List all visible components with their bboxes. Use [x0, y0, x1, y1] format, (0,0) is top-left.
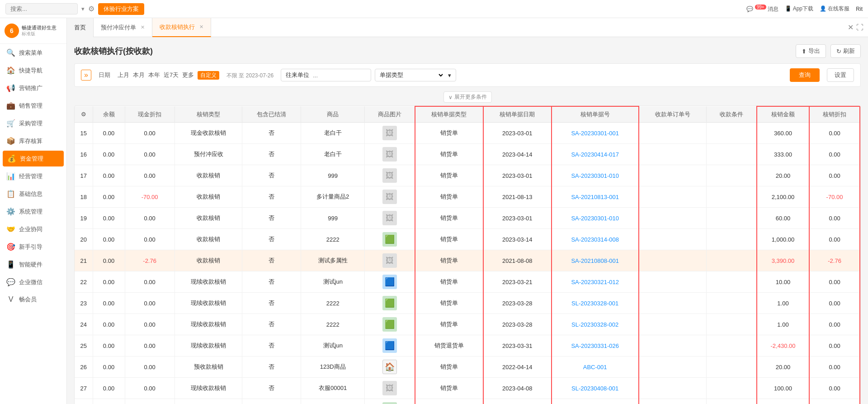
- gear-icon[interactable]: ⚙: [88, 5, 94, 13]
- this-month-link[interactable]: 本月: [133, 71, 145, 80]
- cell-bill-no[interactable]: SA-20230314-008: [552, 229, 639, 250]
- cell-bill-no[interactable]: SA-20230301-010: [552, 165, 639, 186]
- sidebar-item-search[interactable]: 🔍 搜索菜单: [0, 44, 66, 62]
- cell-bill-no[interactable]: SL-20230328-002: [552, 314, 639, 335]
- sidebar-item-enterprise[interactable]: 🤝 企业协同: [0, 220, 66, 238]
- cell-goods-img: 🟩: [365, 399, 415, 404]
- home-icon: 🏠: [6, 66, 15, 75]
- maximize-icon[interactable]: ⛶: [856, 24, 863, 32]
- more-link[interactable]: 更多: [182, 71, 194, 80]
- user-name[interactable]: Rit: [856, 6, 863, 12]
- cell-bill-no[interactable]: SA-20210808-001: [552, 250, 639, 271]
- sidebar-item-guide[interactable]: 🎯 新手引导: [0, 238, 66, 256]
- sidebar-item-marketing[interactable]: 📢 营销推广: [0, 79, 66, 97]
- last-7days-link[interactable]: 近7天: [164, 71, 179, 80]
- export-btn[interactable]: ⬆ 导出: [796, 44, 826, 58]
- expand-more-btn[interactable]: ∨ 展开更多条件: [443, 91, 492, 103]
- cell-bill-no[interactable]: SL-20230328-001: [552, 293, 639, 314]
- bill-no-link[interactable]: SL-20230328-002: [571, 321, 618, 328]
- dropdown-icon[interactable]: ▾: [81, 5, 85, 12]
- cell-bill-date: 2023-03-31: [483, 335, 552, 356]
- cell-bill-date: 2023-03-01: [483, 123, 552, 144]
- custom-link[interactable]: 自定义: [198, 71, 219, 80]
- partner-input[interactable]: [313, 72, 349, 79]
- last-month-link[interactable]: 上月: [118, 71, 129, 80]
- tab-prepay-close[interactable]: ✕: [141, 24, 145, 30]
- table-row: 280.000.00现续收款核销否2222🟩销货单2023-04-18SL-20…: [75, 399, 860, 404]
- sidebar-item-finance[interactable]: 💰 资金管理: [3, 151, 64, 166]
- bill-no-link[interactable]: SA-20230321-012: [571, 279, 619, 285]
- sidebar-item-purchase[interactable]: 🛒 采购管理: [0, 114, 66, 132]
- cell-goods: 999: [301, 165, 365, 186]
- table-row: 150.000.00现金收款核销否老白干🖼销货单2023-03-01SA-202…: [75, 123, 860, 144]
- cell-bill-type: 销货单: [415, 186, 483, 208]
- query-btn[interactable]: 查询: [790, 68, 820, 82]
- setup-btn[interactable]: 设置: [827, 68, 854, 82]
- sidebar-item-basic-info[interactable]: 📋 基础信息: [0, 185, 66, 203]
- sidebar-item-wechat[interactable]: 💬 企业微信: [0, 273, 66, 291]
- sidebar-item-member[interactable]: V 畅会员: [0, 291, 66, 308]
- cell-balance: 0.00: [93, 378, 125, 399]
- cell-bill-no[interactable]: SL-20230408-001: [552, 378, 639, 399]
- cell-bill-no[interactable]: SL-20230418-001: [552, 399, 639, 404]
- bill-no-link[interactable]: SA-20230301-010: [571, 172, 619, 179]
- cell-bill-date: 2023-03-01: [483, 208, 552, 229]
- sidebar-item-sys-mgmt[interactable]: ⚙️ 系统管理: [0, 203, 66, 220]
- doc-type-select[interactable]: [407, 71, 444, 79]
- bill-no-link[interactable]: SA-20230314-008: [571, 236, 619, 243]
- bill-no-link[interactable]: SA-20230301-001: [571, 130, 619, 137]
- bill-no-link[interactable]: SA-20230331-026: [571, 342, 619, 349]
- bill-no-link[interactable]: SL-20230408-001: [571, 385, 618, 392]
- cell-receipt-order-no: [639, 293, 707, 314]
- cell-bill-no[interactable]: ABC-001: [552, 356, 639, 378]
- refresh-btn[interactable]: ↻ 刷新: [830, 44, 861, 58]
- app-download[interactable]: 📱 App下载: [785, 5, 813, 13]
- cell-goods-img: 🏠: [365, 356, 415, 378]
- sidebar-item-operations[interactable]: 📊 经营管理: [0, 167, 66, 185]
- close-window-icon[interactable]: ✕: [848, 23, 854, 32]
- bill-no-link[interactable]: SA-20230414-017: [571, 151, 619, 158]
- bill-no-link[interactable]: SA-20210808-001: [571, 257, 619, 264]
- doc-type-field[interactable]: 单据类型 ▾: [375, 69, 456, 81]
- industry-btn[interactable]: 休验行业方案: [98, 3, 144, 15]
- this-year-link[interactable]: 本年: [148, 71, 160, 80]
- guide-icon: 🎯: [6, 242, 15, 251]
- col-settings[interactable]: ⚙: [75, 106, 93, 123]
- bill-no-link[interactable]: ABC-001: [583, 364, 607, 371]
- cell-receipt-condition: [707, 378, 757, 399]
- cell-bill-no[interactable]: SA-20230301-001: [552, 123, 639, 144]
- operations-icon: 📊: [6, 172, 15, 181]
- expand-toggle[interactable]: »: [81, 70, 91, 81]
- tab-receipt-close[interactable]: ✕: [199, 24, 203, 30]
- cell-write-off-amount: 10.00: [757, 271, 809, 293]
- cell-bill-no[interactable]: SA-20210813-001: [552, 186, 639, 208]
- cell-write-off-type: 现续收款核销: [175, 293, 242, 314]
- sidebar-item-smart-hw[interactable]: 📱 智能硬件: [0, 256, 66, 273]
- sidebar-item-sales[interactable]: 💼 销售管理: [0, 97, 66, 114]
- bill-no-link[interactable]: SL-20230328-001: [571, 300, 618, 307]
- sidebar-item-inventory[interactable]: 📦 库存核算: [0, 132, 66, 150]
- cell-receipt-condition: [707, 335, 757, 356]
- bill-no-link[interactable]: SA-20230301-010: [571, 215, 619, 222]
- partner-field[interactable]: 往来单位: [281, 69, 371, 81]
- cell-write-off-type: 预付冲应收: [175, 144, 242, 165]
- cell-bill-no[interactable]: SA-20230414-017: [552, 144, 639, 165]
- cell-balance: 0.00: [93, 314, 125, 335]
- table-row: 160.000.00预付冲应收否老白干🖼销货单2023-04-14SA-2023…: [75, 144, 860, 165]
- cell-id: 26: [75, 356, 93, 378]
- cell-bill-no[interactable]: SA-20230331-026: [552, 335, 639, 356]
- tab-home[interactable]: 首页: [67, 18, 94, 37]
- cell-bill-no[interactable]: SA-20230301-010: [552, 208, 639, 229]
- top-search-input[interactable]: [5, 3, 78, 14]
- sidebar-item-quick-nav[interactable]: 🏠 快捷导航: [0, 62, 66, 79]
- tab-prepay[interactable]: 预付冲应付单 ✕: [94, 18, 152, 37]
- tab-receipt-write-off[interactable]: 收款核销执行 ✕: [152, 18, 211, 37]
- cell-receipt-order-no: [639, 186, 707, 208]
- cell-balance: 0.00: [93, 144, 125, 165]
- message-icon[interactable]: 💬 99+ 消息: [746, 5, 778, 13]
- cell-id: 18: [75, 186, 93, 208]
- cell-write-off-amount: 100.00: [757, 399, 809, 404]
- bill-no-link[interactable]: SA-20210813-001: [571, 194, 619, 200]
- cell-bill-no[interactable]: SA-20230321-012: [552, 271, 639, 293]
- online-service[interactable]: 👤 在线客服: [820, 5, 849, 13]
